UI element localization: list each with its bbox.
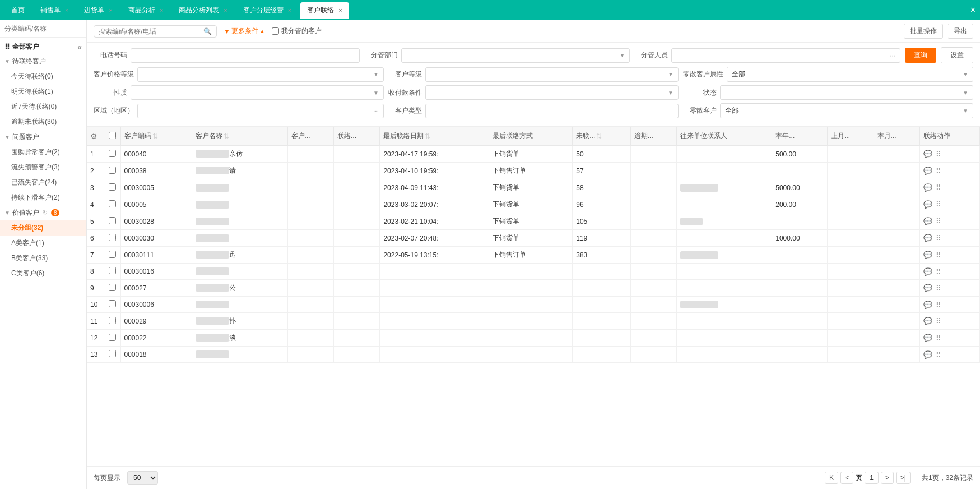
contact-phone-icon[interactable]: 💬 <box>923 317 932 325</box>
sidebar-item-churn-warning[interactable]: 流失预警客户(3) <box>0 160 86 175</box>
contact-method-link[interactable]: 下销货单 <box>493 200 519 208</box>
sidebar-value-group[interactable]: ▼ 价值客户 ↻ 8 <box>0 205 86 220</box>
contact-method-link[interactable]: 下销货单 <box>493 183 519 191</box>
my-customers-checkbox[interactable] <box>272 27 279 35</box>
sidebar-all-customers[interactable]: ⠿ 全部客户 « <box>0 38 86 54</box>
nav-goods-list[interactable]: 商品分析列表 × <box>172 2 234 19</box>
sidebar-item-class-c[interactable]: C类客户(6) <box>0 266 86 281</box>
nav-home[interactable]: 首页 <box>4 2 31 19</box>
contact-grid-icon[interactable]: ⠿ <box>936 284 941 292</box>
price-level-select[interactable]: ▼ <box>137 67 384 82</box>
sidebar-item-unclassified[interactable]: 未分组(32) <box>0 220 86 236</box>
contact-method-link[interactable]: 下销售订单 <box>493 167 526 174</box>
contact-grid-icon[interactable]: ⠿ <box>936 301 941 309</box>
retail-customer-select[interactable]: 全部 ▼ <box>720 103 973 118</box>
contact-phone-icon[interactable]: 💬 <box>923 200 932 209</box>
retail-attr-select[interactable]: 全部 ▼ <box>727 67 973 82</box>
contact-phone-icon[interactable]: 💬 <box>923 301 932 309</box>
sidebar-item-abnormal[interactable]: 囤购异常客户(2) <box>0 145 86 160</box>
first-page-button[interactable]: K <box>825 472 838 484</box>
row-checkbox[interactable] <box>109 200 116 207</box>
phone-input[interactable] <box>131 48 360 63</box>
row-checkbox[interactable] <box>109 183 116 191</box>
contact-method-link[interactable]: 下销货单 <box>493 150 519 158</box>
close-goods-list-icon[interactable]: × <box>224 7 227 13</box>
contact-grid-icon[interactable]: ⠿ <box>936 167 941 175</box>
contact-phone-icon[interactable]: 💬 <box>923 334 932 342</box>
contact-phone-icon[interactable]: 💬 <box>923 167 932 175</box>
sidebar-item-week-pending[interactable]: 近7天待联络(0) <box>0 99 86 114</box>
nav-sales[interactable]: 销售单 × <box>34 2 75 19</box>
next-page-button[interactable]: > <box>881 472 894 484</box>
sidebar-problem-group[interactable]: ▼ 问题客户 <box>0 130 86 145</box>
nav-goods-analysis[interactable]: 商品分析 × <box>122 2 170 19</box>
payment-select[interactable]: ▼ <box>425 85 679 100</box>
contact-grid-icon[interactable]: ⠿ <box>936 234 941 242</box>
region-select[interactable]: ··· <box>137 104 384 118</box>
close-customer-segment-icon[interactable]: × <box>288 7 291 13</box>
row-checkbox[interactable] <box>109 167 116 174</box>
search-icon[interactable]: 🔍 <box>203 27 212 35</box>
nav-customer-contact[interactable]: 客户联络 × <box>300 2 349 19</box>
sidebar-collapse-icon[interactable]: « <box>77 43 82 52</box>
row-checkbox[interactable] <box>109 234 116 241</box>
select-all-checkbox[interactable] <box>109 132 116 139</box>
row-checkbox[interactable] <box>109 217 116 224</box>
contact-phone-icon[interactable]: 💬 <box>923 267 932 276</box>
export-button[interactable]: 导出 <box>948 24 973 39</box>
sidebar-item-overdue-pending[interactable]: 逾期未联络(30) <box>0 114 86 130</box>
window-close-button[interactable]: × <box>970 5 976 15</box>
region-dots[interactable]: ··· <box>373 107 379 115</box>
sidebar-item-tomorrow-pending[interactable]: 明天待联络(1) <box>0 84 86 99</box>
contact-grid-icon[interactable]: ⠿ <box>936 183 941 192</box>
sidebar-item-today-pending[interactable]: 今天待联络(0) <box>0 69 86 84</box>
sidebar-search-input[interactable] <box>4 25 87 33</box>
contact-method-link[interactable]: 下销货单 <box>493 234 519 242</box>
contact-grid-icon[interactable]: ⠿ <box>936 334 941 342</box>
more-filters-btn[interactable]: ▼ 更多条件 ▲ <box>224 26 265 36</box>
row-checkbox[interactable] <box>109 267 116 274</box>
manager-dots[interactable]: ··· <box>890 52 895 59</box>
row-checkbox[interactable] <box>109 150 116 157</box>
contact-grid-icon[interactable]: ⠿ <box>936 200 941 209</box>
manager-select[interactable]: ··· <box>671 48 900 63</box>
sidebar-item-class-b[interactable]: B类客户(33) <box>0 251 86 266</box>
nature-select[interactable]: ▼ <box>131 85 384 100</box>
row-checkbox[interactable] <box>109 251 116 258</box>
last-page-button[interactable]: >| <box>896 472 911 484</box>
close-sales-icon[interactable]: × <box>65 7 68 13</box>
reset-button[interactable]: 设置 <box>941 47 973 63</box>
contact-grid-icon[interactable]: ⠿ <box>936 267 941 276</box>
sidebar-pending-group[interactable]: ▼ 待联络客户 <box>0 54 86 69</box>
contact-phone-icon[interactable]: 💬 <box>923 234 932 242</box>
row-checkbox[interactable] <box>109 350 116 357</box>
page-size-select[interactable]: 50 20 100 <box>127 471 158 485</box>
contact-grid-icon[interactable]: ⠿ <box>936 150 941 158</box>
batch-operation-button[interactable]: 批量操作 <box>904 24 943 39</box>
my-customers-filter[interactable]: 我分管的客户 <box>272 26 322 36</box>
customer-type-select[interactable] <box>425 104 679 118</box>
close-customer-contact-icon[interactable]: × <box>338 7 342 13</box>
contact-phone-icon[interactable]: 💬 <box>923 251 932 259</box>
row-checkbox[interactable] <box>109 284 116 291</box>
contact-method-link[interactable]: 下销货单 <box>493 217 519 225</box>
contact-phone-icon[interactable]: 💬 <box>923 217 932 225</box>
prev-page-button[interactable]: < <box>840 472 853 484</box>
row-checkbox[interactable] <box>109 334 116 341</box>
nav-purchase[interactable]: 进货单 × <box>77 2 119 19</box>
contact-phone-icon[interactable]: 💬 <box>923 150 932 158</box>
contact-grid-icon[interactable]: ⠿ <box>936 350 941 359</box>
nav-customer-segment[interactable]: 客户分层经营 × <box>236 2 298 19</box>
row-checkbox[interactable] <box>109 300 116 307</box>
settings-icon[interactable]: ⚙ <box>90 132 97 141</box>
row-checkbox[interactable] <box>109 317 116 324</box>
contact-grid-icon[interactable]: ⠿ <box>936 317 941 325</box>
contact-phone-icon[interactable]: 💬 <box>923 183 932 192</box>
sidebar-item-class-a[interactable]: A类客户(1) <box>0 236 86 251</box>
contact-phone-icon[interactable]: 💬 <box>923 284 932 292</box>
query-button[interactable]: 查询 <box>905 48 936 63</box>
status-select[interactable]: ▼ <box>720 85 973 100</box>
contact-phone-icon[interactable]: 💬 <box>923 350 932 359</box>
contact-method-link[interactable]: 下销售订单 <box>493 251 526 259</box>
contact-grid-icon[interactable]: ⠿ <box>936 251 941 259</box>
